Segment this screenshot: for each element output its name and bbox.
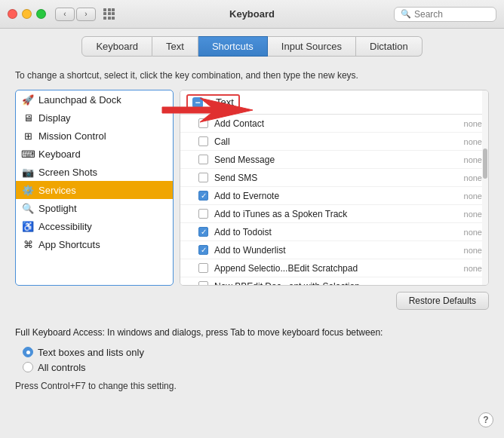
- sidebar-item-spotlight[interactable]: 🔍 Spotlight: [16, 199, 173, 217]
- service-shortcut: none: [459, 246, 482, 255]
- help-button[interactable]: ?: [478, 412, 493, 427]
- sidebar-item-services[interactable]: ⚙️ Services: [16, 181, 173, 199]
- sidebar-item-label: Accessibility: [38, 221, 92, 232]
- service-shortcut: none: [459, 282, 482, 286]
- service-shortcut: none: [459, 155, 482, 164]
- close-button[interactable]: [8, 9, 17, 19]
- radio-circle-text-boxes[interactable]: [23, 347, 33, 357]
- maximize-button[interactable]: [36, 9, 46, 19]
- collapse-button[interactable]: −: [192, 97, 203, 108]
- group-label: Text: [216, 96, 234, 108]
- forward-button[interactable]: ›: [76, 8, 96, 21]
- restore-btn-row: Restore Defaults: [15, 292, 489, 310]
- service-name: Call: [214, 136, 453, 147]
- spotlight-icon: 🔍: [22, 202, 34, 214]
- tab-text[interactable]: Text: [152, 36, 198, 57]
- service-shortcut: none: [459, 264, 482, 273]
- checkbox-append-bbedit[interactable]: [198, 263, 208, 273]
- sidebar-item-display[interactable]: 🖥 Display: [16, 109, 173, 127]
- titlebar: ‹ › Keyboard 🔍: [0, 0, 504, 29]
- checkbox-wunderlist[interactable]: [198, 245, 208, 255]
- sidebar-item-launchpad[interactable]: 🚀 Launchpad & Dock: [16, 90, 173, 109]
- sidebar-item-label: Spotlight: [38, 203, 77, 214]
- service-row-wunderlist: Add to Wunderlist none: [180, 241, 488, 259]
- nav-buttons: ‹ ›: [55, 8, 96, 21]
- service-row-send-sms: Send SMS none: [180, 169, 488, 187]
- sidebar-item-label: Launchpad & Dock: [38, 94, 121, 106]
- window-title: Keyboard: [229, 8, 275, 20]
- service-shortcut: none: [459, 210, 482, 219]
- service-shortcut: none: [459, 173, 482, 182]
- tab-shortcuts[interactable]: Shortcuts: [198, 36, 268, 57]
- scrollbar-track[interactable]: [482, 90, 488, 285]
- sidebar-item-keyboard[interactable]: ⌨ Keyboard: [16, 145, 173, 163]
- fka-description: Full Keyboard Access: In windows and dia…: [15, 326, 489, 339]
- sidebar-item-label: Mission Control: [38, 130, 106, 142]
- radio-label-all-controls: All controls: [38, 362, 86, 373]
- service-name: Add Contact: [214, 118, 453, 129]
- search-input[interactable]: [414, 9, 490, 20]
- minimize-button[interactable]: [22, 9, 32, 19]
- service-name: Send SMS: [214, 173, 453, 183]
- service-shortcut: none: [459, 228, 482, 237]
- press-note: Press Control+F7 to change this setting.: [15, 381, 489, 391]
- radio-all-controls[interactable]: All controls: [23, 362, 489, 373]
- sidebar-item-app-shortcuts[interactable]: ⌘ App Shortcuts: [16, 235, 173, 253]
- service-row-add-contact: Add Contact none: [180, 115, 488, 133]
- search-box[interactable]: 🔍: [394, 7, 496, 22]
- checkbox-evernote[interactable]: [198, 191, 208, 201]
- services-icon: ⚙️: [22, 184, 34, 196]
- service-name: Append Selectio...BEdit Scratchpad: [214, 263, 453, 274]
- traffic-lights: [8, 9, 46, 19]
- tab-keyboard[interactable]: Keyboard: [81, 36, 152, 57]
- sidebar-list[interactable]: 🚀 Launchpad & Dock 🖥 Display ⊞ Mission C…: [15, 90, 174, 286]
- tab-dictation[interactable]: Dictation: [356, 36, 423, 57]
- checkbox-call[interactable]: [198, 136, 208, 146]
- service-name: Send Message: [214, 155, 453, 165]
- service-name: New BBEdit Doc...ent with Selection: [214, 281, 453, 286]
- service-row-new-bbedit: New BBEdit Doc...ent with Selection none: [180, 277, 488, 286]
- service-row-itunes: Add to iTunes as a Spoken Track none: [180, 205, 488, 223]
- checkbox-send-sms[interactable]: [198, 173, 208, 182]
- group-header-box: − ▼ Text: [186, 94, 240, 110]
- scrollbar-thumb[interactable]: [483, 149, 487, 179]
- tabs-row: Keyboard Text Shortcuts Input Sources Di…: [0, 29, 504, 61]
- app-shortcuts-icon: ⌘: [22, 238, 34, 250]
- service-row-todoist: Add to Todoist none: [180, 223, 488, 241]
- instruction-text: To change a shortcut, select it, click t…: [15, 69, 489, 82]
- radio-group: Text boxes and lists only All controls: [23, 347, 489, 373]
- restore-defaults-button[interactable]: Restore Defaults: [396, 292, 489, 310]
- service-row-call: Call none: [180, 133, 488, 151]
- sidebar-item-label: App Shortcuts: [38, 239, 100, 250]
- sidebar-item-screenshots[interactable]: 📷 Screen Shots: [16, 163, 173, 181]
- radio-circle-all-controls[interactable]: [23, 362, 33, 372]
- sidebar-item-mission-control[interactable]: ⊞ Mission Control: [16, 127, 173, 145]
- right-panel: − ▼ Text Add Contact none Call none Send…: [180, 90, 489, 286]
- sidebar-item-accessibility[interactable]: ♿ Accessibility: [16, 217, 173, 235]
- service-name: Add to Wunderlist: [214, 245, 453, 256]
- checkbox-itunes[interactable]: [198, 209, 208, 219]
- tab-input-sources[interactable]: Input Sources: [268, 36, 356, 57]
- service-row-append-bbedit: Append Selectio...BEdit Scratchpad none: [180, 259, 488, 277]
- grid-icon[interactable]: [103, 8, 115, 20]
- radio-text-boxes[interactable]: Text boxes and lists only: [23, 347, 489, 358]
- sidebar-item-label: Display: [38, 112, 71, 124]
- service-shortcut: none: [459, 119, 482, 128]
- service-shortcut: none: [459, 191, 482, 201]
- checkbox-add-contact[interactable]: [198, 118, 208, 128]
- service-name: Add to iTunes as a Spoken Track: [214, 209, 453, 219]
- screenshots-icon: 📷: [22, 166, 34, 178]
- back-button[interactable]: ‹: [55, 8, 75, 21]
- keyboard-icon: ⌨: [22, 148, 34, 160]
- main-content: To change a shortcut, select it, click t…: [0, 61, 504, 317]
- mission-control-icon: ⊞: [22, 130, 34, 142]
- service-shortcut: none: [459, 137, 482, 146]
- columns-layout: 🚀 Launchpad & Dock 🖥 Display ⊞ Mission C…: [15, 90, 489, 286]
- checkbox-new-bbedit[interactable]: [198, 281, 208, 286]
- service-name: Add to Evernote: [214, 191, 453, 201]
- checkbox-todoist[interactable]: [198, 227, 208, 237]
- bottom-section: Full Keyboard Access: In windows and dia…: [0, 317, 504, 391]
- checkbox-send-message[interactable]: [198, 155, 208, 164]
- launchpad-icon: 🚀: [22, 93, 34, 106]
- service-row-evernote: Add to Evernote none: [180, 187, 488, 205]
